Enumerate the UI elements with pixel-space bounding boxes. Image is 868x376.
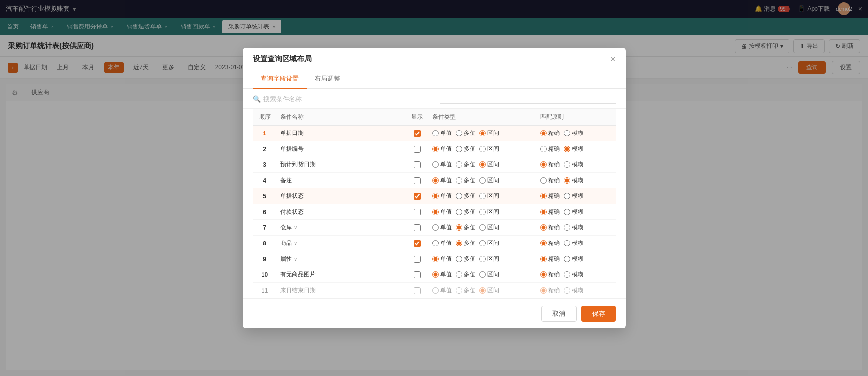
type-multi-8[interactable] bbox=[456, 240, 462, 246]
row-show-6[interactable] bbox=[405, 204, 429, 220]
match-exact-7[interactable] bbox=[540, 224, 547, 231]
match-fuzzy-7[interactable] bbox=[564, 224, 570, 231]
type-multi-5[interactable] bbox=[456, 193, 462, 199]
match-exact-11[interactable] bbox=[540, 287, 547, 294]
type-range-2[interactable] bbox=[479, 146, 486, 152]
show-checkbox-9[interactable] bbox=[414, 256, 421, 263]
row-name-3: 预计到货日期 bbox=[277, 157, 405, 173]
show-checkbox-6[interactable] bbox=[414, 209, 421, 215]
show-checkbox-2[interactable] bbox=[414, 146, 421, 153]
match-exact-3[interactable] bbox=[540, 161, 547, 168]
match-fuzzy-4[interactable] bbox=[564, 177, 570, 184]
match-exact-1[interactable] bbox=[540, 130, 547, 136]
type-single-3[interactable] bbox=[432, 161, 439, 168]
match-fuzzy-3[interactable] bbox=[564, 161, 570, 168]
row-show-2[interactable] bbox=[405, 141, 429, 157]
tab-query-fields[interactable]: 查询字段设置 bbox=[253, 69, 307, 89]
type-multi-3[interactable] bbox=[456, 161, 462, 168]
row-name-4: 备注 bbox=[277, 173, 405, 188]
type-single-2[interactable] bbox=[432, 146, 439, 152]
type-single-11[interactable] bbox=[432, 287, 439, 294]
type-range-9[interactable] bbox=[479, 256, 486, 262]
type-single-1[interactable] bbox=[432, 130, 439, 136]
match-fuzzy-2[interactable] bbox=[564, 146, 570, 152]
type-range-7[interactable] bbox=[479, 224, 486, 231]
settings-dialog: 设置查询区域布局 × 查询字段设置 布局调整 🔍 顺序 条件名称 显示 条件 bbox=[243, 48, 626, 328]
show-checkbox-1[interactable] bbox=[414, 130, 421, 137]
show-checkbox-8[interactable] bbox=[414, 240, 421, 247]
row-order-5: 5 bbox=[253, 188, 277, 204]
row-name-1: 单据日期 bbox=[277, 126, 405, 141]
row-show-10[interactable] bbox=[405, 267, 429, 283]
match-fuzzy-1[interactable] bbox=[564, 130, 570, 136]
match-exact-5[interactable] bbox=[540, 193, 547, 199]
row-show-1[interactable] bbox=[405, 126, 429, 141]
show-checkbox-10[interactable] bbox=[414, 271, 421, 278]
tab-layout[interactable]: 布局调整 bbox=[307, 69, 348, 89]
type-range-10[interactable] bbox=[479, 271, 486, 278]
match-fuzzy-10[interactable] bbox=[564, 271, 570, 278]
show-checkbox-11[interactable] bbox=[414, 287, 421, 294]
show-checkbox-7[interactable] bbox=[414, 224, 421, 231]
search-input[interactable] bbox=[263, 95, 440, 103]
row-show-4[interactable] bbox=[405, 173, 429, 188]
type-single-5[interactable] bbox=[432, 193, 439, 199]
dialog-close-button[interactable]: × bbox=[610, 55, 616, 64]
row-match-5: 精确模糊 bbox=[537, 188, 616, 204]
type-multi-1[interactable] bbox=[456, 130, 462, 136]
row-show-7[interactable] bbox=[405, 220, 429, 236]
row-order-1: 1 bbox=[253, 126, 277, 141]
type-single-10[interactable] bbox=[432, 271, 439, 278]
match-fuzzy-11[interactable] bbox=[564, 287, 570, 294]
match-exact-10[interactable] bbox=[540, 271, 547, 278]
show-checkbox-5[interactable] bbox=[414, 193, 421, 200]
match-exact-2[interactable] bbox=[540, 146, 547, 152]
match-exact-6[interactable] bbox=[540, 209, 547, 215]
row-match-1: 精确模糊 bbox=[537, 126, 616, 141]
match-fuzzy-5[interactable] bbox=[564, 193, 570, 199]
show-checkbox-3[interactable] bbox=[414, 161, 421, 168]
dialog-header: 设置查询区域布局 × bbox=[243, 48, 626, 69]
row-show-9[interactable] bbox=[405, 251, 429, 267]
type-multi-10[interactable] bbox=[456, 271, 462, 278]
type-single-7[interactable] bbox=[432, 224, 439, 231]
match-exact-9[interactable] bbox=[540, 256, 547, 262]
type-multi-7[interactable] bbox=[456, 224, 462, 231]
row-type-11: 单值多值区间 bbox=[429, 283, 537, 298]
show-checkbox-4[interactable] bbox=[414, 177, 421, 184]
type-range-3[interactable] bbox=[479, 161, 486, 168]
match-exact-8[interactable] bbox=[540, 240, 547, 246]
type-multi-4[interactable] bbox=[456, 177, 462, 184]
type-single-4[interactable] bbox=[432, 177, 439, 184]
type-range-5[interactable] bbox=[479, 193, 486, 199]
row-show-3[interactable] bbox=[405, 157, 429, 173]
type-single-8[interactable] bbox=[432, 240, 439, 246]
row-order-10: 10 bbox=[253, 267, 277, 283]
match-fuzzy-6[interactable] bbox=[564, 209, 570, 215]
type-multi-2[interactable] bbox=[456, 146, 462, 152]
type-range-6[interactable] bbox=[479, 209, 486, 215]
row-type-9: 单值多值区间 bbox=[429, 251, 537, 267]
type-single-6[interactable] bbox=[432, 209, 439, 215]
type-multi-9[interactable] bbox=[456, 256, 462, 262]
row-name-8: 商品 ∨ bbox=[277, 236, 405, 251]
type-single-9[interactable] bbox=[432, 256, 439, 262]
row-show-8[interactable] bbox=[405, 236, 429, 251]
row-show-11[interactable] bbox=[405, 283, 429, 298]
type-range-4[interactable] bbox=[479, 177, 486, 184]
th-order: 顺序 bbox=[253, 109, 277, 126]
match-fuzzy-8[interactable] bbox=[564, 240, 570, 246]
match-fuzzy-9[interactable] bbox=[564, 256, 570, 262]
type-range-11[interactable] bbox=[479, 287, 486, 294]
row-name-10: 有无商品图片 bbox=[277, 267, 405, 283]
row-match-8: 精确模糊 bbox=[537, 236, 616, 251]
cancel-button[interactable]: 取消 bbox=[541, 306, 577, 322]
type-multi-6[interactable] bbox=[456, 209, 462, 215]
save-button[interactable]: 保存 bbox=[581, 306, 616, 322]
type-range-1[interactable] bbox=[479, 130, 486, 136]
type-range-8[interactable] bbox=[479, 240, 486, 246]
row-type-10: 单值多值区间 bbox=[429, 267, 537, 283]
match-exact-4[interactable] bbox=[540, 177, 547, 184]
row-show-5[interactable] bbox=[405, 188, 429, 204]
type-multi-11[interactable] bbox=[456, 287, 462, 294]
